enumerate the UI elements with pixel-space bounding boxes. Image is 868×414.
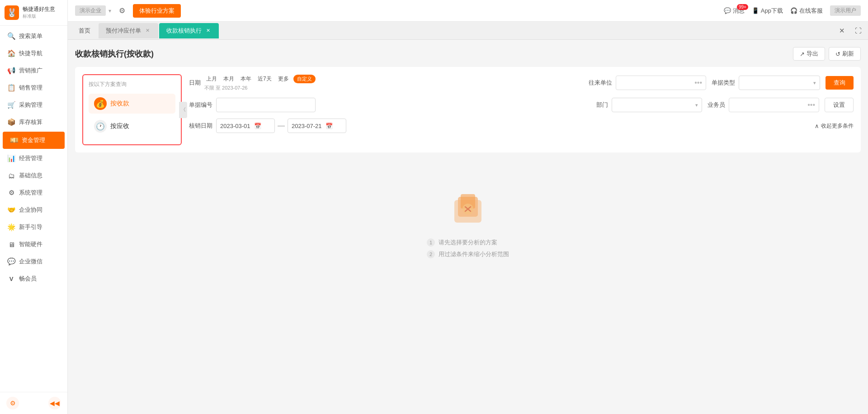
date-label: 日期 [189, 79, 201, 87]
sidebar-item-guide[interactable]: 🌟 新手引导 [0, 219, 67, 236]
empty-tip-1: 1 请先选择要分析的方案 [427, 238, 509, 247]
refresh-icon: ↺ [835, 51, 840, 57]
filter-option-label: 按应收 [110, 122, 129, 130]
receivable-icon: 🕐 [94, 120, 107, 133]
sidebar-item-operation[interactable]: 📊 经营管理 [0, 150, 67, 167]
topbar-right: 💬 消息 99+ 📱 App下载 🎧 在线客服 演示用户 [724, 5, 861, 16]
filter-staff-field: 业务员 ••• [708, 98, 819, 112]
counterpart-select[interactable]: ••• [616, 76, 706, 90]
refresh-label: 刷新 [842, 50, 854, 58]
collapse-more-btn[interactable]: ∧ 收起更多条件 [815, 122, 854, 130]
docno-input[interactable] [216, 98, 316, 112]
wechat-icon: 💬 [7, 257, 15, 266]
tip-text-1: 请先选择要分析的方案 [439, 238, 497, 247]
message-btn[interactable]: 💬 消息 99+ [724, 7, 745, 15]
page-title-bar: 收款核销执行(按收款) ↗ 导出 ↺ 刷新 [75, 47, 861, 61]
sidebar-item-marketing[interactable]: 📢 营销推广 [0, 62, 67, 79]
collapse-more-label: 收起更多条件 [821, 122, 854, 130]
filter-row-2: 单据编号 部门 ▾ 业务员 ••• [189, 98, 854, 112]
tab-verify[interactable]: 收款核销执行 ✕ [159, 23, 219, 38]
tip-num-2: 2 [427, 250, 435, 258]
filter-option-by-receipt[interactable]: 💰 按收款 [89, 94, 175, 114]
sidebar-item-inventory[interactable]: 📦 库存核算 [0, 114, 67, 131]
sidebar-item-label: 搜索菜单 [19, 32, 42, 40]
date-no-limit: 不限 至 2023-07-26 [204, 85, 316, 91]
inventory-icon: 📦 [7, 118, 15, 126]
sidebar-item-purchase[interactable]: 🛒 采购管理 [0, 96, 67, 114]
quick-date-custom[interactable]: 自定义 [293, 75, 316, 83]
home-tab-label: 首页 [79, 27, 90, 35]
quick-date-more[interactable]: 更多 [276, 74, 291, 84]
solution-button[interactable]: 体验行业方案 [133, 4, 181, 18]
dept-select[interactable]: ▾ [612, 98, 702, 112]
quick-date-this-year[interactable]: 本年 [239, 74, 253, 84]
page-content: 收款核销执行(按收款) ↗ 导出 ↺ 刷新 按以下方案查询 💰 按收款 [68, 40, 868, 414]
verify-date-from-input[interactable]: 2023-03-01 📅 [216, 119, 275, 133]
dept-dropdown-icon: ▾ [695, 102, 698, 108]
tab-prepay[interactable]: 预付冲应付单 ✕ [99, 23, 158, 38]
settings-button[interactable]: 设置 [825, 98, 854, 112]
doctype-label: 单据类型 [712, 79, 735, 87]
app-download-btn[interactable]: 📱 App下载 [752, 7, 783, 15]
calendar-to-icon[interactable]: 📅 [326, 123, 333, 129]
purchase-icon: 🛒 [7, 101, 15, 109]
filter-scheme-title: 按以下方案查询 [89, 81, 175, 88]
sidebar-item-wechat[interactable]: 💬 企业微信 [0, 253, 67, 270]
sidebar-item-basic[interactable]: 🗂 基础信息 [0, 167, 67, 184]
quick-date-last-month[interactable]: 上月 [204, 74, 219, 84]
hardware-icon: 🖥 [7, 241, 15, 248]
refresh-button[interactable]: ↺ 刷新 [829, 47, 861, 61]
close-window-btn[interactable]: ✕ [835, 24, 848, 37]
doctype-select[interactable]: ▾ [739, 76, 820, 90]
prepay-tab-label: 预付冲应付单 [106, 27, 141, 35]
filter-verify-date-field: 核销日期 2023-03-01 📅 — 2023-07-21 📅 [189, 119, 346, 133]
sidebar-item-label: 资金管理 [22, 136, 45, 144]
company-selector[interactable]: 演示企业 ▾ [75, 5, 111, 16]
verify-date-to-input[interactable]: 2023-07-21 📅 [288, 119, 346, 133]
service-label: 在线客服 [799, 7, 823, 15]
marketing-icon: 📢 [7, 67, 15, 75]
dept-label: 部门 [596, 101, 608, 109]
export-button[interactable]: ↗ 导出 [793, 47, 825, 61]
sidebar-item-finance[interactable]: 💴 资金管理 [3, 132, 65, 149]
sidebar-menu: 🔍 搜索菜单 🏠 快捷导航 📢 营销推广 📋 销售管理 🛒 采购管理 📦 库存核… [0, 26, 67, 392]
maximize-window-btn[interactable]: ⛶ [852, 24, 864, 37]
tab-close-verify[interactable]: ✕ [204, 27, 212, 34]
sidebar-item-cooperation[interactable]: 🤝 企业协同 [0, 201, 67, 219]
sidebar-item-label: 销售管理 [19, 84, 42, 92]
tab-home[interactable]: 首页 [71, 23, 98, 38]
filter-scheme-panel: 按以下方案查询 💰 按收款 🕐 按应收 《 [82, 74, 182, 145]
settings-bottom-btn[interactable]: ⚙ [6, 397, 19, 409]
sidebar-item-label: 智能硬件 [19, 240, 42, 248]
filter-option-by-receivable[interactable]: 🕐 按应收 [89, 116, 175, 136]
company-dropdown-icon[interactable]: ▾ [108, 8, 111, 14]
page-actions: ↗ 导出 ↺ 刷新 [793, 47, 861, 61]
staff-select[interactable]: ••• [729, 98, 819, 112]
query-button[interactable]: 查询 [826, 76, 854, 90]
sidebar-item-search[interactable]: 🔍 搜索菜单 [0, 28, 67, 45]
basic-icon: 🗂 [7, 172, 15, 180]
page-title: 收款核销执行(按收款) [75, 48, 154, 59]
collapse-sidebar-btn[interactable]: ◀◀ [48, 397, 61, 409]
sidebar-item-sales[interactable]: 📋 销售管理 [0, 79, 67, 96]
sidebar-item-shortcuts[interactable]: 🏠 快捷导航 [0, 45, 67, 62]
cooperation-icon: 🤝 [7, 206, 15, 214]
staff-label: 业务员 [708, 101, 725, 109]
service-icon: 🎧 [790, 7, 797, 14]
quick-date-7days[interactable]: 近7天 [256, 74, 274, 84]
topbar-settings-btn[interactable]: ⚙ [116, 5, 128, 17]
message-icon: 💬 [724, 7, 731, 14]
quick-date-this-month[interactable]: 本月 [222, 74, 236, 84]
user-name[interactable]: 演示用户 [830, 5, 861, 16]
message-badge: 99+ [737, 4, 748, 10]
sidebar-item-hardware[interactable]: 🖥 智能硬件 [0, 236, 67, 253]
sidebar-item-member[interactable]: V 畅会员 [0, 270, 67, 287]
receipt-icon: 💰 [94, 97, 107, 110]
app-logo-icon: 🐰 [5, 5, 19, 20]
tab-close-prepay[interactable]: ✕ [144, 27, 151, 34]
online-service-btn[interactable]: 🎧 在线客服 [790, 7, 823, 15]
collapse-filter-btn[interactable]: 《 [179, 102, 187, 118]
calendar-from-icon[interactable]: 📅 [254, 123, 261, 129]
sidebar-item-system[interactable]: ⚙ 系统管理 [0, 184, 67, 201]
doctype-dropdown-icon: ▾ [813, 80, 816, 86]
